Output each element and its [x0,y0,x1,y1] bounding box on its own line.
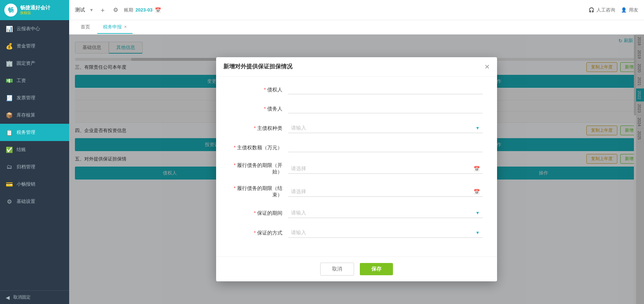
modal-overlay: 新增对外提供保证担保情况 ✕ * 债权人 [69,35,644,304]
checkout-icon: ✅ [6,146,13,153]
fund-mgmt-icon: 💰 [6,42,13,50]
form-row-debtor: * 债务人 [231,104,483,113]
guarantee-method-select[interactable]: 请输入 ▼ [288,228,483,238]
sidebar-item-fund-mgmt[interactable]: 💰 资金管理 [0,37,69,55]
sidebar-item-inventory[interactable]: 📦 库存核算 [0,106,69,124]
sidebar-item-invoice[interactable]: 🧾 发票管理 [0,89,69,106]
debt-type-select[interactable]: 请输入 ▼ [288,123,483,133]
cancel-button[interactable]: 取消 [320,263,354,276]
form-row-debt-type: * 主债权种类 请输入 ▼ [231,123,483,133]
dialog-footer: 取消 保存 [216,257,497,281]
tabbar: 首页 税务申报 ✕ [69,20,644,35]
sidebar-item-expense[interactable]: 💳 小畅报销 [0,176,69,193]
sidebar-item-fixed-assets[interactable]: 🏢 固定资产 [0,55,69,72]
date-start-label: * 履行债务的期限（开始） [231,162,288,175]
logo-icon: 畅 [4,4,17,17]
invoice-icon: 🧾 [6,94,13,101]
company-dropdown-icon[interactable]: ▼ [89,8,94,13]
sidebar-item-settings[interactable]: ⚙ 基础设置 [0,193,69,210]
guarantee-period-dropdown-icon: ▼ [475,210,480,215]
topbar-right: 🎧 人工咨询 👤 用友 [589,7,638,13]
tax-mgmt-icon: 📋 [6,129,13,136]
dialog-close-btn[interactable]: ✕ [484,64,490,70]
form-row-date-end: * 履行债务的期限（结束） 请选择 📅 [231,185,483,198]
dialog-body: * 债权人 * 债务人 [216,77,497,257]
debt-amount-label: * 主债权数额（万元） [231,145,288,151]
add-guarantee-dialog: 新增对外提供保证担保情况 ✕ * 债权人 [216,57,497,281]
date-end-calendar-icon: 📅 [474,189,480,195]
user-btn[interactable]: 👤 用友 [621,7,638,13]
sidebar-logo: 畅 畅捷通好会计 旗舰版 [0,0,69,20]
sidebar-item-tax-mgmt[interactable]: 📋 税务管理 [0,124,69,141]
debtor-label: * 债务人 [231,106,288,112]
user-icon: 👤 [621,7,627,13]
sidebar-item-payroll[interactable]: 💵 工资 [0,72,69,89]
debt-amount-input[interactable] [288,143,483,152]
tab-home[interactable]: 首页 [75,21,96,34]
headset-icon: 🎧 [589,7,594,13]
settings-icon: ⚙ [6,198,13,205]
guarantee-period-select[interactable]: 请输入 ▼ [288,208,483,218]
debt-type-dropdown-icon: ▼ [475,126,480,131]
tab-tax[interactable]: 税务申报 ✕ [97,21,133,34]
logo-text: 畅捷通好会计 旗舰版 [20,5,50,16]
archive-icon: 🗂 [6,163,13,171]
sidebar: 畅 畅捷通好会计 旗舰版 📊 云报表中心 💰 资金管理 🏢 固定资产 💵 工资 [0,0,69,304]
date-end-picker[interactable]: 请选择 📅 [288,187,483,197]
payroll-icon: 💵 [6,77,13,84]
form-row-debt-amount: * 主债权数额（万元） [231,143,483,152]
guarantee-method-dropdown-icon: ▼ [475,230,480,235]
creditor-input[interactable] [288,85,483,94]
form-row-creditor: * 债权人 [231,85,483,94]
company-name: 测试 [75,7,85,13]
tab-close-icon[interactable]: ✕ [124,25,127,29]
period-selector: 账期 2023-03 📅 [124,7,161,13]
form-row-guarantee-method: * 保证的方式 请输入 ▼ [231,228,483,238]
arrow-left-icon: ◀ [6,295,10,300]
sidebar-item-archive[interactable]: 🗂 归档管理 [0,158,69,176]
period-calendar-icon[interactable]: 📅 [155,7,161,13]
creditor-label: * 债权人 [231,87,288,93]
debtor-input[interactable] [288,104,483,113]
app-container: 畅 畅捷通好会计 旗舰版 📊 云报表中心 💰 资金管理 🏢 固定资产 💵 工资 [0,0,644,304]
guarantee-period-label: * 保证的期间 [231,210,288,217]
sidebar-item-checkout[interactable]: ✅ 结账 [0,141,69,158]
add-button[interactable]: ＋ [98,4,107,16]
expense-icon: 💳 [6,181,13,188]
sidebar-scroll: 📊 云报表中心 💰 资金管理 🏢 固定资产 💵 工资 🧾 发票管理 📦 [0,20,69,290]
content-area: ↻ 刷新 基础信息 其他信息 [69,35,644,304]
form-row-date-start: * 履行债务的期限（开始） 请选择 📅 [231,162,483,175]
dialog-header: 新增对外提供保证担保情况 ✕ [216,57,497,77]
cloud-report-icon: 📊 [6,25,13,32]
date-start-picker[interactable]: 请选择 📅 [288,164,483,174]
guarantee-method-label: * 保证的方式 [231,230,288,236]
sidebar-collapse-btn[interactable]: ◀ 取消固定 [0,290,69,304]
fixed-assets-icon: 🏢 [6,60,13,67]
date-end-label: * 履行债务的期限（结束） [231,185,288,198]
service-btn[interactable]: 🎧 人工咨询 [589,7,615,13]
main-area: 测试 ▼ ＋ ⚙ 账期 2023-03 📅 🎧 人工咨询 👤 用友 [69,0,644,304]
settings-icon-topbar[interactable]: ⚙ [112,5,120,15]
debt-type-label: * 主债权种类 [231,125,288,132]
form-row-guarantee-period: * 保证的期间 请输入 ▼ [231,208,483,218]
sidebar-item-cloud-report[interactable]: 📊 云报表中心 [0,20,69,37]
topbar: 测试 ▼ ＋ ⚙ 账期 2023-03 📅 🎧 人工咨询 👤 用友 [69,0,644,20]
date-start-calendar-icon: 📅 [474,166,480,172]
inventory-icon: 📦 [6,112,13,119]
dialog-title: 新增对外提供保证担保情况 [223,63,292,71]
save-button[interactable]: 保存 [360,263,393,275]
